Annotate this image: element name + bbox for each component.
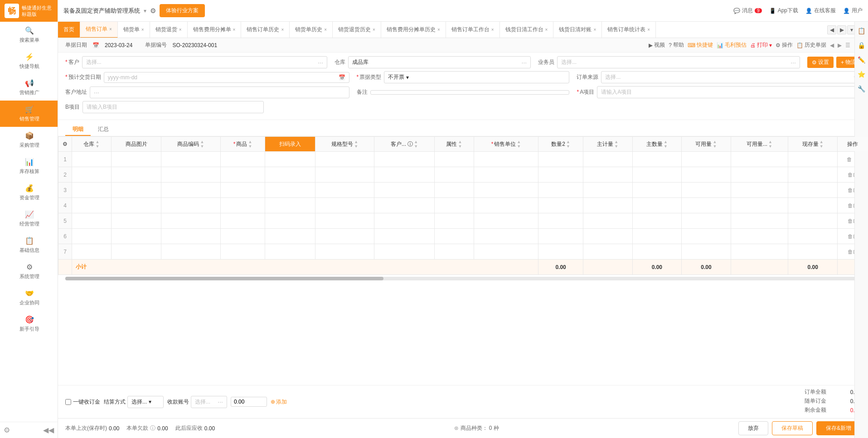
payment-method-select[interactable]: 选择... ▾ [127,396,164,408]
tab-detail[interactable]: 明细 [65,124,91,136]
sidebar-item-marketing[interactable]: 📢 营销推广 [0,74,58,101]
online-service-button[interactable]: 👤 在线客服 [805,7,836,14]
right-panel-icon-3[interactable]: ✏️ [856,54,867,65]
row-available2-1[interactable] [731,152,788,167]
delete-row-icon[interactable]: 🗑 [848,202,853,209]
invoice-select[interactable]: 不开票 ▾ [384,71,569,83]
tab-close-icon[interactable]: × [109,27,112,32]
discard-button[interactable]: 放弃 [738,421,768,435]
tab-order-stats[interactable]: 销售订单统计表 × [602,22,656,38]
tab-goods-history[interactable]: 销货单历史 × [290,22,333,38]
tab-return-history[interactable]: 销货退货历史 × [333,22,381,38]
sidebar-item-quicknav[interactable]: ⚡ 快捷导航 [0,48,58,74]
date-icon[interactable]: 📅 [92,42,99,48]
sidebar-item-basic-info[interactable]: 📋 基础信息 [0,232,58,258]
column-settings-icon[interactable]: ⚙ [63,141,68,147]
tab-daily-workbench[interactable]: 钱货日清工作台 × [500,22,554,38]
sidebar-item-operations[interactable]: 📈 经营管理 [0,206,58,232]
message-button[interactable]: 💬 消息 9 [733,7,762,14]
staff-input[interactable]: 选择... ··· [557,56,800,68]
tab-order-workbench[interactable]: 销售订单工作台 × [446,22,500,38]
delete-row-icon[interactable]: 🗑 [848,172,853,178]
next-record-icon[interactable]: ▶ [838,42,842,48]
save-draft-button[interactable]: 保存草稿 [772,421,813,435]
delete-row-icon[interactable]: 🗑 [848,233,853,240]
tab-close-icon[interactable]: × [281,27,284,32]
one-click-input[interactable] [65,399,71,405]
video-tool[interactable]: ▶ 视频 [649,41,665,49]
h-scrollbar[interactable] [58,275,868,282]
tab-sales-goods[interactable]: 销货单 × [118,22,150,38]
delivery-input[interactable]: yyyy-mm-dd 📅 [104,72,349,83]
warehouse-input[interactable]: 成品库 ··· [348,56,531,68]
tab-prev-button[interactable]: ◀ [827,25,836,34]
tab-daily-account[interactable]: 钱货日清对账 × [553,22,602,38]
sidebar-item-inventory[interactable]: 📊 库存核算 [0,153,58,179]
customer-input[interactable]: 选择... ··· [82,56,327,68]
tab-close-icon[interactable]: × [437,27,440,32]
tab-close-icon[interactable]: × [233,27,236,32]
tab-close-icon[interactable]: × [647,27,650,32]
row-main-unit-1[interactable] [583,152,633,167]
help-tool[interactable]: ? 帮助 [669,41,684,49]
sidebar-item-sales[interactable]: 🛒 销售管理 [0,101,58,127]
row-stock-1[interactable] [788,152,838,167]
address-input[interactable]: ··· [90,87,349,98]
row-product-1[interactable] [220,152,265,167]
row-unit-1[interactable] [474,152,538,167]
tab-fee-split[interactable]: 销售费用分摊单 × [188,22,242,38]
row-customer-code-1[interactable] [374,152,435,167]
one-click-checkbox[interactable]: 一键收订金 [65,398,100,406]
tab-sales-order[interactable]: 销售订单 × [80,22,118,38]
tab-close-icon[interactable]: × [545,27,548,32]
row-scan-1[interactable] [265,152,315,167]
sidebar-item-system[interactable]: ⚙ 系统管理 [0,258,58,284]
right-panel-icon-2[interactable]: 🔒 [856,40,867,51]
sidebar-item-purchase[interactable]: 📦 采购管理 [0,127,58,153]
sidebar-item-newbie[interactable]: 🎯 新手引导 [0,311,58,337]
tab-close-icon[interactable]: × [373,27,375,32]
note-input[interactable] [370,90,570,95]
right-panel-icon-5[interactable]: 🔧 [856,83,867,94]
account-input[interactable]: 选择... ··· [191,396,227,408]
row-main-qty-1[interactable] [632,152,682,167]
list-view-icon[interactable]: ☰ [845,42,850,48]
sidebar-item-enterprise[interactable]: 🤝 企业协同 [0,284,58,311]
add-payment-button[interactable]: ⊕ 添加 [271,398,287,406]
sidebar-item-finance[interactable]: 💰 资金管理 [0,179,58,206]
tab-fee-history[interactable]: 销售费用分摊单历史 × [381,22,446,38]
settings-button[interactable]: ⚙ 设置 [807,57,834,68]
right-panel-icon-1[interactable]: 📋 [856,25,867,36]
delete-row-icon[interactable]: 🗑 [848,249,853,255]
tab-home[interactable]: 首页 [58,22,80,38]
b-project-input[interactable]: 请输入B项目 [82,101,264,113]
shortcut-tool[interactable]: ⌨ 快捷键 [688,41,713,49]
a-project-input[interactable]: 请输入A项目 [597,86,861,98]
row-qty2-1[interactable] [538,152,583,167]
solution-button[interactable]: 体验行业方案 [160,4,205,17]
operation-tool[interactable]: ⚙ 操作 [776,41,793,49]
delete-row-icon[interactable]: 🗑 [847,156,852,163]
tab-close-icon[interactable]: × [491,27,494,32]
prev-record-icon[interactable]: ◀ [830,42,834,48]
tab-next-button[interactable]: ▶ [837,25,846,34]
tab-close-icon[interactable]: × [593,27,596,32]
settings-bottom-icon[interactable]: ⚙ [4,426,10,434]
delete-row-icon[interactable]: 🗑 [848,218,853,224]
right-panel-icon-4[interactable]: ⭐ [856,69,867,80]
row-attr-1[interactable] [434,152,474,167]
tab-return[interactable]: 销货退货 × [150,22,188,38]
order-source-input[interactable]: 选择... ▾ [601,71,861,83]
amount-input[interactable] [231,397,267,407]
print-tool[interactable]: 🖨 打印 ▾ [750,41,772,49]
tab-order-history[interactable]: 销售订单历史 × [241,22,290,38]
row-available-1[interactable] [682,152,731,167]
tab-close-icon[interactable]: × [179,27,182,32]
user-button[interactable]: 👤 用户 [843,7,863,14]
settings-icon[interactable]: ⚙ [150,7,156,15]
profit-tool[interactable]: 📊 毛利预估 [717,41,747,49]
row-code-1[interactable] [161,152,220,167]
history-tool[interactable]: 📋 历史单据 [796,41,826,49]
row-warehouse-1[interactable] [72,152,112,167]
delete-row-icon[interactable]: 🗑 [848,187,853,193]
